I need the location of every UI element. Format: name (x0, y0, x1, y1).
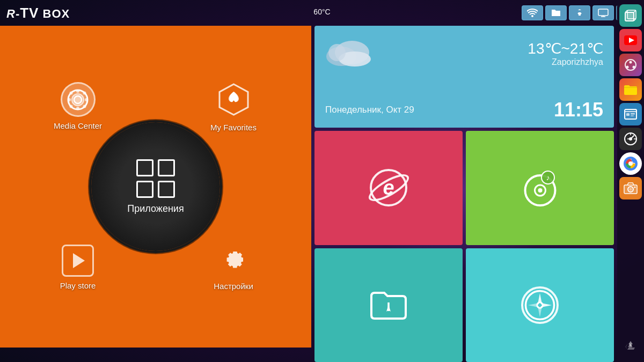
svg-point-39 (630, 61, 632, 64)
svg-point-18 (328, 44, 346, 61)
file-manager-tile[interactable] (314, 248, 463, 363)
svg-point-6 (74, 96, 82, 104)
svg-point-61 (634, 187, 636, 188)
topbar: R-TV BOX 60°C (0, 0, 644, 26)
logo: R-TV BOX (6, 5, 70, 21)
my-favorites-icon (215, 81, 252, 119)
svg-point-26 (537, 302, 543, 308)
svg-point-13 (83, 91, 86, 94)
svg-point-41 (633, 66, 635, 69)
grid-sq-1 (136, 159, 153, 176)
svg-point-12 (83, 105, 86, 108)
sidebar-app-video[interactable] (619, 103, 642, 125)
svg-point-10 (85, 98, 88, 101)
svg-point-8 (76, 107, 79, 110)
svg-point-9 (68, 98, 71, 101)
media-center-icon (61, 82, 96, 117)
svg-point-7 (76, 90, 79, 93)
right-panel: 13℃~21℃ Zaporizhzhya Понедельник, Окт 29… (311, 26, 617, 362)
svg-point-57 (628, 161, 633, 166)
applications-label: Приложения (127, 203, 184, 215)
sidebar-app-recycle[interactable] (619, 335, 642, 358)
wifi-status-icon[interactable] (522, 5, 543, 20)
svg-point-0 (578, 13, 580, 14)
settings-label: Настройки (214, 282, 253, 291)
app-grid: e ♪ (314, 131, 614, 362)
sidebar-app-3[interactable] (619, 54, 642, 76)
svg-point-40 (626, 66, 629, 69)
apps-grid-icon (136, 159, 175, 198)
main-content: Media Center My Favorites Play store (0, 26, 617, 362)
ie-icon: e (370, 169, 407, 206)
grid-sq-3 (136, 181, 153, 198)
sidebar-app-folder[interactable] (619, 78, 642, 101)
svg-point-1 (580, 13, 582, 14)
play-store-icon (62, 245, 94, 277)
svg-rect-2 (598, 9, 608, 16)
folder-icon (369, 287, 408, 323)
applications-button[interactable]: Приложения (91, 122, 220, 251)
weather-temp: 13℃~21℃ (528, 40, 603, 57)
svg-marker-30 (540, 302, 552, 307)
svg-point-60 (630, 188, 632, 191)
compass-icon (521, 286, 559, 324)
network-status-icon[interactable] (592, 5, 614, 20)
weather-info-right: 13℃~21℃ Zaporizhzhya (528, 40, 603, 67)
svg-point-14 (70, 105, 73, 108)
svg-rect-44 (626, 113, 630, 116)
weather-top: 13℃~21℃ Zaporizhzhya (325, 32, 603, 75)
sidebar-app-chrome[interactable] (619, 152, 642, 175)
media-player-tile[interactable]: ♪ (466, 131, 614, 245)
weather-city: Zaporizhzhya (528, 57, 603, 67)
play-triangle (73, 253, 85, 268)
folder-status-icon[interactable] (545, 5, 567, 20)
weather-bottom: Понедельник, Окт 29 11:15 (325, 99, 603, 121)
sidebar-app-3d[interactable] (619, 4, 642, 27)
weather-date: Понедельник, Окт 29 (325, 105, 414, 115)
weather-widget[interactable]: 13℃~21℃ Zaporizhzhya Понедельник, Окт 29… (314, 26, 614, 128)
grid-sq-4 (158, 181, 175, 198)
left-panel: Media Center My Favorites Play store (0, 26, 311, 348)
svg-point-21 (538, 188, 542, 193)
grid-sq-2 (158, 159, 175, 176)
my-favorites-label: My Favorites (210, 123, 257, 132)
usb-status-icon[interactable] (569, 5, 590, 20)
media-center-label: Media Center (54, 121, 102, 130)
svg-text:♪: ♪ (546, 173, 550, 182)
sidebar-app-youtube[interactable] (619, 29, 642, 51)
svg-line-49 (631, 136, 634, 139)
svg-point-11 (70, 91, 73, 94)
weather-cloud-icon (325, 32, 374, 75)
svg-marker-29 (528, 302, 540, 307)
settings-icon (218, 244, 249, 277)
svg-rect-45 (631, 113, 635, 115)
cd-icon: ♪ (520, 168, 560, 208)
play-store-label: Play store (60, 281, 96, 290)
sidebar-app-camera[interactable] (619, 177, 642, 200)
compass-tile[interactable] (466, 248, 614, 363)
internet-explorer-tile[interactable]: e (314, 131, 463, 245)
temperature-label: 60°C (313, 8, 330, 16)
weather-time: 11:15 (554, 99, 603, 121)
right-sidebar (617, 0, 644, 362)
svg-rect-46 (631, 115, 634, 116)
sidebar-app-speed[interactable] (619, 128, 642, 150)
